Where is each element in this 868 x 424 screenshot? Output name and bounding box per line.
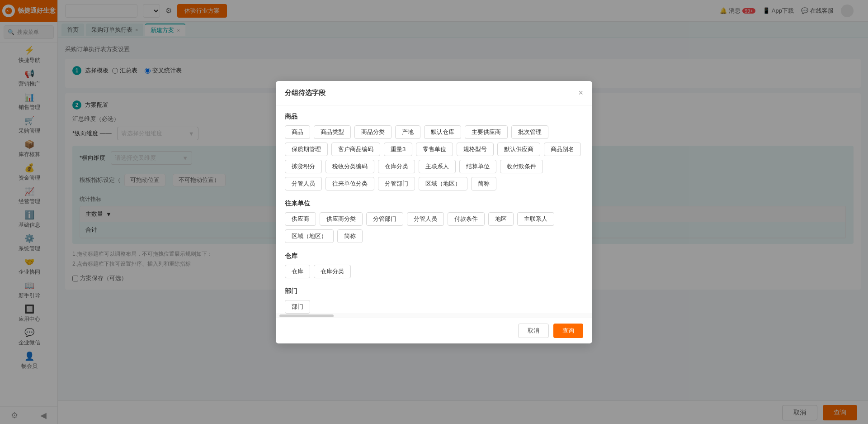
field-select-modal: 分组待选字段 × 商品 商品 商品类型 商品分类 产地 默认仓库 主要供应商 批… [276,81,592,343]
modal-title: 分组待选字段 [285,89,326,97]
field-chip[interactable]: 产地 [395,125,420,139]
field-chip[interactable]: 主要供应商 [465,125,508,139]
field-chip[interactable]: 商品分类 [354,125,392,139]
field-chip[interactable]: 默认仓库 [424,125,461,139]
field-chip[interactable]: 重量3 [384,143,412,156]
field-chip[interactable]: 分管人员 [285,177,322,191]
field-list-warehouse: 仓库 仓库分类 [285,265,583,278]
field-chip[interactable]: 供应商分类 [320,212,363,226]
field-chip[interactable]: 简称 [337,229,363,243]
field-list-department: 部门 [285,300,583,314]
field-chip[interactable]: 保质期管理 [285,143,328,156]
field-chip[interactable]: 仓库分类 [314,265,351,278]
field-chip[interactable]: 商品别名 [544,143,581,156]
field-chip[interactable]: 批次管理 [511,125,548,139]
field-chip[interactable]: 主联系人 [517,212,554,226]
field-chip[interactable]: 拣货积分 [285,160,322,173]
field-chip[interactable]: 分管部门 [378,177,415,191]
modal-confirm-button[interactable]: 查询 [553,324,583,338]
field-chip[interactable]: 结算单位 [459,160,496,173]
field-chip[interactable]: 商品类型 [314,125,351,139]
field-list-partner: 供应商 供应商分类 分管部门 分管人员 付款条件 地区 主联系人 区域（地区） … [285,212,583,243]
field-chip[interactable]: 税收分类编码 [326,160,374,173]
field-chip[interactable]: 主联系人 [419,160,456,173]
field-chip[interactable]: 仓库 [285,265,310,278]
field-chip[interactable]: 商品 [285,125,310,139]
field-group-partner: 往来单位 供应商 供应商分类 分管部门 分管人员 付款条件 地区 主联系人 区域… [285,200,583,243]
field-group-department-title: 部门 [285,287,583,295]
modal-footer: 取消 查询 [276,318,592,343]
modal-cancel-button[interactable]: 取消 [518,324,549,338]
field-chip[interactable]: 往来单位分类 [326,177,374,191]
field-chip[interactable]: 规格型号 [457,143,494,156]
field-group-goods-title: 商品 [285,113,583,121]
field-chip[interactable]: 仓库分类 [378,160,415,173]
field-chip[interactable]: 默认供应商 [497,143,540,156]
field-chip[interactable]: 供应商 [285,212,316,226]
modal-overlay[interactable]: 分组待选字段 × 商品 商品 商品类型 商品分类 产地 默认仓库 主要供应商 批… [0,0,868,424]
field-chip[interactable]: 分管人员 [407,212,444,226]
field-group-department: 部门 部门 [285,287,583,314]
field-chip[interactable]: 零售单位 [416,143,453,156]
modal-body: 商品 商品 商品类型 商品分类 产地 默认仓库 主要供应商 批次管理 保质期管理… [276,105,592,314]
field-list-goods: 商品 商品类型 商品分类 产地 默认仓库 主要供应商 批次管理 保质期管理 客户… [285,125,583,191]
field-chip[interactable]: 客户商品编码 [331,143,380,156]
field-chip[interactable]: 地区 [488,212,514,226]
modal-hscroll-thumb [279,314,334,317]
field-group-partner-title: 往来单位 [285,200,583,208]
field-chip[interactable]: 简称 [471,177,496,191]
modal-close-button[interactable]: × [578,88,583,98]
field-chip[interactable]: 收付款条件 [500,160,543,173]
field-chip[interactable]: 分管部门 [366,212,403,226]
field-chip[interactable]: 区域（地区） [419,177,467,191]
field-group-warehouse-title: 仓库 [285,252,583,260]
modal-horizontal-scrollbar[interactable] [276,314,592,317]
field-chip[interactable]: 付款条件 [448,212,485,226]
field-group-warehouse: 仓库 仓库 仓库分类 [285,252,583,278]
field-chip[interactable]: 区域（地区） [285,229,334,243]
modal-header: 分组待选字段 × [276,81,592,105]
field-chip[interactable]: 部门 [285,300,310,314]
field-group-goods: 商品 商品 商品类型 商品分类 产地 默认仓库 主要供应商 批次管理 保质期管理… [285,113,583,191]
